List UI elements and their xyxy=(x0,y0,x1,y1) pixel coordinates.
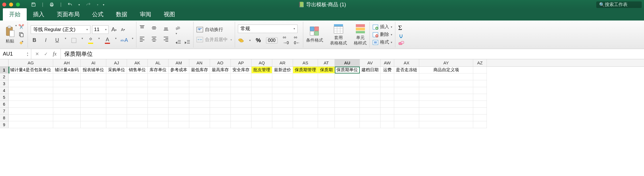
cell-AS5[interactable] xyxy=(293,94,318,101)
cell-AU5[interactable] xyxy=(335,94,360,101)
underline-dropdown[interactable]: ▾ xyxy=(65,37,66,44)
cell-AQ2[interactable] xyxy=(252,73,272,80)
cell-AM9[interactable] xyxy=(169,121,189,128)
cell-AH3[interactable] xyxy=(53,80,81,87)
comma-button[interactable]: 000 xyxy=(266,37,278,44)
cell-AT3[interactable] xyxy=(318,80,335,87)
cell-AW4[interactable] xyxy=(381,87,394,94)
cell-AX8[interactable] xyxy=(394,114,419,121)
cut-icon[interactable]: ✂️ xyxy=(18,24,25,29)
wrap-text-button[interactable]: 自动换行 xyxy=(196,27,232,33)
insert-cells-button[interactable]: 插入▾ xyxy=(373,24,392,30)
cell-AX4[interactable] xyxy=(394,87,419,94)
cell-AW6[interactable] xyxy=(381,101,394,108)
format-painter-icon[interactable] xyxy=(18,40,25,45)
cell-AX2[interactable] xyxy=(394,73,419,80)
cell-AL2[interactable] xyxy=(148,73,169,80)
cell-AN3[interactable] xyxy=(189,80,210,87)
cell-AS8[interactable] xyxy=(293,114,318,121)
fill-color-button[interactable] xyxy=(87,37,94,44)
cell-AW7[interactable] xyxy=(381,108,394,114)
cell-AG7[interactable] xyxy=(9,108,53,114)
conditional-formatting-button[interactable]: 条件格式 xyxy=(306,26,323,43)
column-header-AM[interactable]: AM xyxy=(169,59,189,66)
cell-AH6[interactable] xyxy=(53,101,81,108)
cell-AK9[interactable] xyxy=(127,121,148,128)
cell-AR6[interactable] xyxy=(272,101,293,108)
cell-AL7[interactable] xyxy=(148,108,169,114)
cell-AP7[interactable] xyxy=(231,108,252,114)
decrease-font-icon[interactable]: A▾ xyxy=(119,26,127,33)
cell-AG1[interactable]: 辅计量4是否包装单位 xyxy=(9,67,53,73)
spreadsheet-grid[interactable]: AGAHAIAJAKALAMANAOAPAQARASATAUAVAWAXAYAZ… xyxy=(0,59,644,128)
column-header-AG[interactable]: AG xyxy=(9,59,53,66)
cell-AV3[interactable] xyxy=(360,80,381,87)
cell-AS7[interactable] xyxy=(293,108,318,114)
borders-button[interactable] xyxy=(70,37,78,44)
cell-AQ1[interactable]: 批次管理 xyxy=(252,67,272,73)
cell-AW1[interactable]: 运费 xyxy=(381,67,394,73)
cell-AP4[interactable] xyxy=(231,87,252,94)
cell-AJ6[interactable] xyxy=(106,101,127,108)
cell-AN5[interactable] xyxy=(189,94,210,101)
row-header-8[interactable]: 8 xyxy=(0,114,9,121)
column-header-AQ[interactable]: AQ xyxy=(252,59,272,66)
row-header-1[interactable]: 1 xyxy=(0,67,9,73)
format-cells-button[interactable]: 格式▾ xyxy=(373,39,392,45)
cell-AU6[interactable] xyxy=(335,101,360,108)
cell-AW5[interactable] xyxy=(381,94,394,101)
cell-AZ3[interactable] xyxy=(473,80,487,87)
row-header-4[interactable]: 4 xyxy=(0,87,9,94)
cell-AI1[interactable]: 报表辅单位 xyxy=(81,67,106,73)
decrease-indent-icon[interactable] xyxy=(176,40,181,45)
cell-AI9[interactable] xyxy=(81,121,106,128)
column-header-AV[interactable]: AV xyxy=(360,59,381,66)
cell-AQ3[interactable] xyxy=(252,80,272,87)
cell-AM1[interactable]: 参考成本 xyxy=(169,67,189,73)
cell-AN1[interactable]: 最低库存 xyxy=(189,67,210,73)
column-header-AP[interactable]: AP xyxy=(231,59,252,66)
column-header-AS[interactable]: AS xyxy=(293,59,318,66)
font-size-select[interactable]: 11▾ xyxy=(92,25,109,34)
cell-AV1[interactable]: 建档日期 xyxy=(360,67,381,73)
column-header-AZ[interactable]: AZ xyxy=(473,59,487,66)
tab-page-layout[interactable]: 页面布局 xyxy=(51,8,86,21)
cell-AU9[interactable] xyxy=(335,121,360,128)
formula-input[interactable]: 保质期单位 xyxy=(61,49,644,59)
minimize-window[interactable] xyxy=(9,3,13,7)
cell-AJ4[interactable] xyxy=(106,87,127,94)
cell-AQ8[interactable] xyxy=(252,114,272,121)
cell-AH2[interactable] xyxy=(53,73,81,80)
cell-AJ2[interactable] xyxy=(106,73,127,80)
cell-AV5[interactable] xyxy=(360,94,381,101)
fill-color-dropdown[interactable]: ▾ xyxy=(98,37,100,44)
cell-AI3[interactable] xyxy=(81,80,106,87)
cell-AX6[interactable] xyxy=(394,101,419,108)
cell-AW2[interactable] xyxy=(381,73,394,80)
merge-center-button[interactable]: 合并后居中▾ xyxy=(196,37,232,43)
cell-AQ4[interactable] xyxy=(252,87,272,94)
tab-view[interactable]: 视图 xyxy=(157,8,181,21)
cell-AR8[interactable] xyxy=(272,114,293,121)
cell-AV8[interactable] xyxy=(360,114,381,121)
cell-AN6[interactable] xyxy=(189,101,210,108)
cell-AP1[interactable]: 安全库存 xyxy=(231,67,252,73)
column-header-AT[interactable]: AT xyxy=(318,59,335,66)
cell-AZ7[interactable] xyxy=(473,108,487,114)
cell-AK4[interactable] xyxy=(127,87,148,94)
cell-AG2[interactable] xyxy=(9,73,53,80)
cell-AU3[interactable] xyxy=(335,80,360,87)
row-header-5[interactable]: 5 xyxy=(0,94,9,101)
cell-AR5[interactable] xyxy=(272,94,293,101)
autosum-icon[interactable]: Σ xyxy=(398,24,404,32)
cell-AN8[interactable] xyxy=(189,114,210,121)
cell-AH1[interactable]: 辅计量4条码 xyxy=(53,67,81,73)
row-header-2[interactable]: 2 xyxy=(0,73,9,80)
cell-AH8[interactable] xyxy=(53,114,81,121)
cell-AT6[interactable] xyxy=(318,101,335,108)
cell-AU2[interactable] xyxy=(335,73,360,80)
cell-AT5[interactable] xyxy=(318,94,335,101)
cell-AT1[interactable]: 保质期 xyxy=(318,67,335,73)
column-header-AL[interactable]: AL xyxy=(148,59,169,66)
format-as-table-button[interactable]: 套用 表格格式 xyxy=(330,24,347,46)
